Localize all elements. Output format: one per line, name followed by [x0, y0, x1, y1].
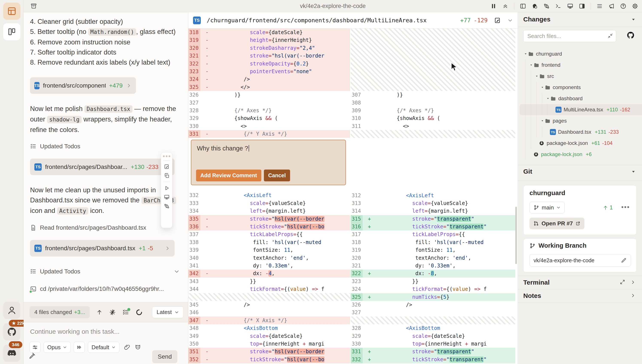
tree-item-frontend[interactable]: frontend — [518, 60, 642, 70]
tree-item-components[interactable]: components — [518, 82, 642, 93]
tree-item-package-lock-json[interactable]: package-lock.json+61-104 — [518, 138, 642, 149]
tree-item-src[interactable]: src — [518, 70, 642, 82]
git-section-header[interactable]: Git — [523, 168, 532, 175]
diff-line[interactable]: 332 <AxisLeft — [188, 192, 350, 199]
diff-line[interactable]: 322- strokeOpacity={0.2} — [188, 60, 350, 68]
diff-line[interactable]: 328 <AxisBottom — [351, 324, 515, 332]
caret-down-icon[interactable] — [529, 63, 533, 67]
diff-line[interactable]: 322+ dx: -8, — [351, 270, 515, 277]
tool-call-row[interactable]: cd /private/var/folders/10/h7w0q46556ggr… — [30, 284, 180, 294]
diff-line[interactable]: 316+ tickStroke="transparent" — [351, 223, 515, 230]
panel-right-icon[interactable] — [579, 3, 585, 9]
caret-down-icon[interactable] — [540, 86, 545, 89]
diff-line[interactable]: 338 fill: 'hsl(var(--muted — [188, 238, 350, 246]
terminal-header[interactable]: Terminal — [523, 279, 550, 286]
diff-line[interactable]: 315+ stroke="transparent" — [351, 215, 515, 223]
diff-line[interactable]: 331+ stroke="transparent" — [351, 348, 515, 356]
diff-line[interactable]: 341 dy: '0.33em', — [188, 262, 350, 270]
diff-line[interactable]: 335- stroke="hsl(var(--border — [188, 215, 350, 223]
todos-status-icon[interactable] — [122, 309, 129, 316]
model-dropdown[interactable]: Opus — [44, 342, 71, 353]
diff-line[interactable]: 327 — [188, 99, 350, 107]
edit-pencil-icon[interactable] — [621, 257, 627, 263]
diff-line[interactable]: 332+ tickStroke="transparent" — [351, 356, 515, 363]
diff-line[interactable]: 319- height={innerHeight} — [188, 36, 350, 44]
file-edit-chip[interactable]: TSfrontend/src/pages/Dashboard.tsx+1-5 — [30, 240, 175, 256]
fast-forward-button[interactable] — [74, 342, 85, 353]
diff-line[interactable]: 320 textAnchor: 'end', — [351, 254, 515, 262]
diff-line[interactable]: 311 <> — [351, 122, 515, 130]
collapse-tree-icon[interactable] — [607, 33, 613, 39]
caret-down-icon[interactable] — [534, 74, 539, 78]
caret-down-icon[interactable] — [523, 52, 528, 56]
mode-dropdown[interactable]: Default — [88, 342, 119, 353]
diff-line[interactable]: 320- strokeDasharray="2,4" — [188, 44, 350, 52]
chevron-down-icon[interactable] — [631, 17, 636, 22]
diff-line[interactable]: 321 dy: '0.33em', — [351, 262, 515, 270]
review-comment-input[interactable]: Why this change ? — [197, 145, 249, 152]
git-compare-icon[interactable] — [543, 3, 550, 9]
menu-icon[interactable] — [596, 3, 603, 9]
message-toolbar[interactable] — [161, 152, 172, 228]
diff-scrollbar[interactable] — [515, 207, 517, 264]
chevron-right-icon[interactable] — [630, 280, 635, 285]
notes-header[interactable]: Notes — [523, 292, 541, 300]
diff-line[interactable]: 336- tickStroke="hsl(var(--bo — [188, 223, 350, 230]
rail-button-kanban[interactable] — [3, 23, 21, 40]
diff-line[interactable]: 352- tickStroke="hsl(var(--bo — [188, 356, 350, 363]
diff-line[interactable]: 350 top={innerHeight + margi — [188, 340, 350, 348]
file-edit-chip[interactable]: TSfrontend/src/components/dashboa...+479 — [30, 77, 136, 94]
caret-down-icon[interactable] — [540, 119, 545, 122]
git-more-menu[interactable]: ••• — [621, 204, 630, 211]
diff-line[interactable]: 317 tickLabelProps={{ — [351, 230, 515, 238]
ahead-count[interactable]: 1 — [603, 204, 613, 211]
diff-line[interactable]: 340 textAnchor: 'end', — [188, 254, 350, 262]
working-branch-field[interactable]: vk/4e2a-explore-the-code — [529, 254, 631, 266]
latest-dropdown[interactable]: Latest — [152, 306, 184, 318]
diff-line[interactable]: 323- pointerEvents="none" — [188, 68, 350, 75]
collapse-up-icon[interactable] — [502, 3, 508, 9]
rail-button-discord[interactable]: 346 — [3, 345, 21, 362]
attach-icon[interactable] — [124, 344, 130, 350]
diff-line[interactable]: 326 /> — [351, 301, 515, 309]
diff-line[interactable]: 342- dx: -4, — [188, 270, 350, 277]
diff-line[interactable]: 351- stroke="hsl(var(--border — [188, 348, 350, 356]
notes-section[interactable]: Notes — [518, 289, 642, 302]
diff-line[interactable]: 333 scale={valueScale} — [188, 200, 350, 207]
diff-line[interactable]: 328 {/* Axes */} — [188, 107, 350, 114]
tree-item-multilinearea-tsx[interactable]: TSMultiLineArea.tsx+110-162 — [520, 104, 642, 115]
branch-dropdown[interactable]: main — [529, 202, 565, 213]
rail-button-person[interactable] — [3, 302, 21, 319]
diff-line[interactable]: 307 )} — [351, 91, 515, 99]
panel-left-icon[interactable] — [520, 3, 526, 9]
diff-line[interactable]: 349 scale={dateScale} — [188, 332, 350, 340]
composer-placeholder[interactable]: Continue working on this task... — [30, 328, 120, 335]
settings-icon[interactable] — [632, 3, 638, 9]
diff-line[interactable]: 310 {showAxis && ( — [351, 114, 515, 122]
tool-call-row[interactable]: Read frontend/src/pages/Dashboard.tsx — [30, 222, 180, 233]
chevron-right-icon[interactable] — [630, 293, 635, 298]
diff-line[interactable]: 324- /> — [188, 75, 350, 83]
tree-item-pages[interactable]: pages — [518, 115, 642, 126]
open-pr-button[interactable]: Open PR #7 — [529, 218, 584, 229]
tree-item-churnguard[interactable]: churnguard — [518, 48, 642, 60]
diff-line[interactable]: 348 <AxisBottom — [188, 324, 350, 332]
github-icon[interactable] — [626, 31, 635, 39]
help-icon[interactable] — [620, 3, 626, 9]
drag-handle-icon[interactable] — [163, 156, 170, 157]
review-comment-box[interactable]: Why this change ?Add Review CommentCance… — [191, 140, 346, 185]
diff-line[interactable]: 327 — [351, 309, 515, 316]
chevron-down-icon[interactable] — [507, 18, 513, 23]
chevron-down-icon[interactable] — [631, 169, 636, 174]
highlighter-icon[interactable] — [29, 352, 36, 359]
diff-line[interactable]: 337 tickLabelProps={{ — [188, 230, 350, 238]
burst-icon[interactable] — [109, 309, 116, 316]
pause-icon[interactable] — [490, 3, 497, 9]
tool-call-row[interactable]: Updated Todos — [30, 141, 180, 151]
files-changed-pill[interactable]: 4 files changed +3... — [30, 306, 90, 318]
diff-line[interactable]: 343 }} — [188, 278, 350, 285]
tool-call-row[interactable]: Updated Todos — [30, 266, 180, 276]
diff-line[interactable]: 313 scale={valueScale} — [351, 200, 515, 207]
tree-item-package-lock-json[interactable]: package-lock.json+6 — [518, 149, 642, 160]
diff-line[interactable]: 312 <AxisLeft — [351, 192, 515, 200]
